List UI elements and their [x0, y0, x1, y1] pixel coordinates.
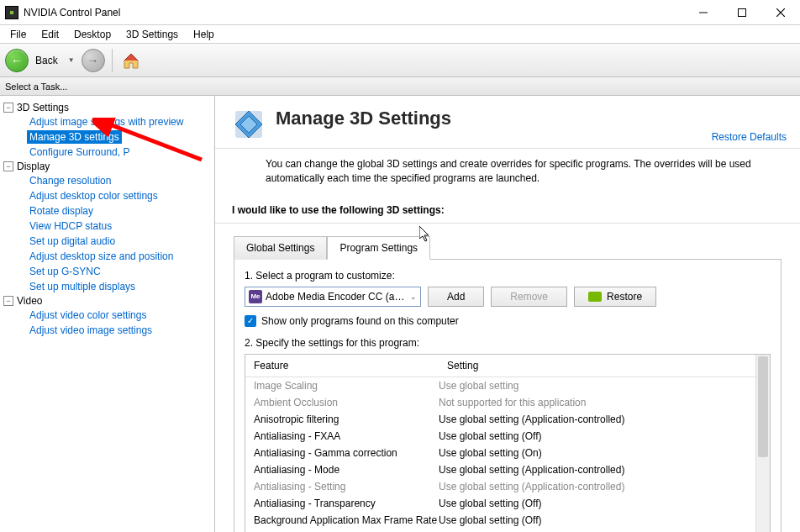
collapse-icon[interactable]: − — [3, 161, 13, 171]
minimize-button[interactable] — [684, 0, 723, 25]
tree-item-adjust-video-color-settings[interactable]: Adjust video color settings — [3, 308, 211, 323]
close-button[interactable] — [761, 0, 800, 25]
feature-cell: Antialiasing - FXAA — [254, 430, 439, 442]
menu-3d-settings[interactable]: 3D Settings — [119, 27, 185, 42]
column-feature[interactable]: Feature — [245, 355, 439, 377]
table-row[interactable]: Antialiasing - FXAAUse global setting (O… — [245, 428, 755, 445]
remove-button[interactable]: Remove — [491, 287, 567, 307]
setting-cell: Use global setting — [439, 380, 518, 392]
page-header-icon — [232, 108, 266, 141]
app-icon — [5, 6, 18, 19]
add-button[interactable]: Add — [428, 287, 484, 307]
settings-table: Feature Setting Image ScalingUse global … — [245, 354, 771, 532]
tree-item-setup-digital-audio[interactable]: Set up digital audio — [3, 234, 211, 249]
task-header: Select a Task... — [0, 77, 800, 96]
tree-item-setup-multiple-displays[interactable]: Set up multiple displays — [3, 279, 211, 294]
show-only-label: Show only programs found on this compute… — [261, 315, 459, 327]
toolbar: ← Back ▼ → — [0, 44, 800, 77]
scrollbar[interactable] — [755, 355, 770, 532]
tab-program-settings[interactable]: Program Settings — [327, 236, 430, 260]
tree-item-adjust-desktop-size-position[interactable]: Adjust desktop size and position — [3, 249, 211, 264]
menu-desktop[interactable]: Desktop — [67, 27, 118, 42]
table-header: Feature Setting — [245, 355, 755, 377]
feature-cell: Image Scaling — [254, 380, 439, 392]
collapse-icon[interactable]: − — [3, 103, 13, 113]
tree-item-setup-gsync[interactable]: Set up G-SYNC — [3, 264, 211, 279]
setting-cell: Use global setting (Off) — [439, 430, 542, 442]
content: Manage 3D Settings Restore Defaults You … — [215, 96, 800, 532]
table-row[interactable]: Anisotropic filteringUse global setting … — [245, 411, 755, 428]
setting-cell: Use global setting (On) — [439, 447, 542, 459]
show-only-checkbox[interactable]: ✓ — [245, 315, 256, 327]
step1-label: 1. Select a program to customize: — [245, 270, 771, 282]
titlebar: NVIDIA Control Panel — [0, 0, 800, 25]
tree-group-display[interactable]: − Display — [3, 160, 211, 173]
setting-cell: Use global setting (Off) — [439, 514, 542, 526]
table-row[interactable]: CUDA - GPUsUse global setting (All) — [245, 529, 755, 532]
menu-edit[interactable]: Edit — [34, 27, 66, 42]
table-row[interactable]: Ambient OcclusionNot supported for this … — [245, 394, 755, 411]
tree-item-configure-surround[interactable]: Configure Surround, P — [3, 145, 211, 160]
svg-rect-1 — [739, 8, 746, 16]
page-title: Manage 3D Settings — [276, 108, 451, 129]
feature-cell: Antialiasing - Setting — [254, 481, 439, 492]
feature-cell: Ambient Occlusion — [254, 397, 439, 408]
tree-group-3d-settings[interactable]: − 3D Settings — [3, 101, 211, 114]
restore-button[interactable]: Restore — [574, 287, 656, 307]
back-button[interactable]: ← — [5, 49, 29, 72]
table-row[interactable]: Background Application Max Frame RateUse… — [245, 512, 755, 529]
program-select[interactable]: Me Adobe Media Encoder CC (adob... ⌄ — [245, 287, 421, 307]
forward-button[interactable]: → — [82, 49, 105, 72]
table-row[interactable]: Antialiasing - ModeUse global setting (A… — [245, 461, 755, 478]
section-title: I would like to use the following 3D set… — [215, 194, 800, 224]
program-select-value: Adobe Media Encoder CC (adob... — [266, 291, 410, 303]
step2-label: 2. Specify the settings for this program… — [245, 337, 771, 349]
scroll-thumb[interactable] — [758, 356, 768, 457]
setting-cell: Use global setting (Application-controll… — [439, 413, 624, 425]
menu-file[interactable]: File — [3, 27, 33, 42]
feature-cell: Antialiasing - Gamma correction — [254, 447, 439, 459]
chevron-down-icon: ⌄ — [410, 292, 417, 301]
home-button[interactable] — [119, 49, 143, 72]
window-title: NVIDIA Control Panel — [24, 7, 120, 18]
setting-cell: Use global setting (Off) — [439, 498, 542, 509]
feature-cell: Antialiasing - Transparency — [254, 498, 439, 509]
tree-item-adjust-image-settings-with-preview[interactable]: Adjust image settings with preview — [3, 114, 211, 129]
media-encoder-icon: Me — [249, 290, 262, 303]
menubar: File Edit Desktop 3D Settings Help — [0, 25, 800, 44]
tree-item-adjust-video-image-settings[interactable]: Adjust video image settings — [3, 323, 211, 338]
tree-item-view-hdcp-status[interactable]: View HDCP status — [3, 219, 211, 234]
tab-global-settings[interactable]: Global Settings — [234, 236, 327, 260]
nvidia-badge-icon — [588, 292, 602, 302]
setting-cell: Use global setting (Application-controll… — [439, 481, 624, 492]
collapse-icon[interactable]: − — [3, 296, 13, 306]
tree-item-adjust-desktop-color-settings[interactable]: Adjust desktop color settings — [3, 188, 211, 203]
menu-help[interactable]: Help — [187, 27, 221, 42]
feature-cell: Antialiasing - Mode — [254, 464, 439, 476]
table-row[interactable]: Antialiasing - TransparencyUse global se… — [245, 495, 755, 512]
sidebar: − 3D Settings Adjust image settings with… — [0, 96, 215, 532]
table-row[interactable]: Antialiasing - Gamma correctionUse globa… — [245, 445, 755, 461]
table-row[interactable]: Image ScalingUse global setting — [245, 377, 755, 394]
back-dropdown[interactable]: ▼ — [68, 56, 75, 64]
tree-item-manage-3d-settings[interactable]: Manage 3D settings — [3, 129, 211, 145]
feature-cell: Anisotropic filtering — [254, 413, 439, 425]
maximize-button[interactable] — [723, 0, 761, 25]
setting-cell: Not supported for this application — [439, 397, 586, 408]
page-description: You can change the global 3D settings an… — [215, 149, 800, 194]
tree-group-video[interactable]: − Video — [3, 294, 211, 308]
restore-defaults-link[interactable]: Restore Defaults — [712, 131, 787, 143]
tree-item-rotate-display[interactable]: Rotate display — [3, 203, 211, 219]
tree-item-change-resolution[interactable]: Change resolution — [3, 173, 211, 188]
feature-cell: Background Application Max Frame Rate — [254, 514, 439, 526]
table-row[interactable]: Antialiasing - SettingUse global setting… — [245, 478, 755, 495]
tabs: Global Settings Program Settings — [234, 235, 800, 259]
tab-panel: 1. Select a program to customize: Me Ado… — [234, 259, 782, 532]
setting-cell: Use global setting (Application-controll… — [439, 464, 624, 476]
back-label: Back — [35, 55, 58, 66]
column-setting[interactable]: Setting — [439, 355, 755, 377]
